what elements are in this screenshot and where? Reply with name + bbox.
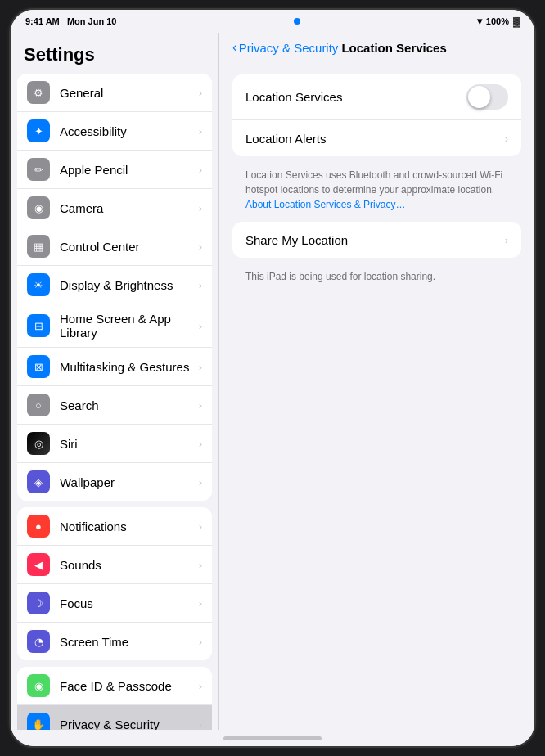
notifications-icon: ● <box>27 515 50 538</box>
location-group: Location Services Location Alerts › <box>232 74 521 156</box>
camera-label: Camera <box>60 201 199 215</box>
home-screen-icon: ⊟ <box>27 314 50 337</box>
apple-pencil-label: Apple Pencil <box>60 163 199 177</box>
screen-time-chevron: › <box>199 636 202 648</box>
control-center-label: Control Center <box>60 240 199 254</box>
battery-icon: ▓ <box>513 16 520 26</box>
battery-label: 100% <box>486 16 509 26</box>
accessibility-icon: ✦ <box>27 119 50 142</box>
privacy-security-icon: ✋ <box>27 713 50 730</box>
multitasking-label: Multitasking & Gestures <box>60 360 199 374</box>
sounds-label: Sounds <box>60 558 199 572</box>
share-my-location-chevron: › <box>505 234 508 246</box>
nav-title: Location Services <box>341 41 446 55</box>
focus-icon: ☽ <box>27 592 50 614</box>
location-alerts-row[interactable]: Location Alerts › <box>232 120 521 156</box>
wifi-icon: ▾ <box>477 16 482 27</box>
sidebar-item-apple-pencil[interactable]: ✏Apple Pencil› <box>17 151 212 189</box>
display-brightness-icon: ☀ <box>27 273 50 296</box>
wallpaper-chevron: › <box>199 476 202 488</box>
sidebar-item-screen-time[interactable]: ◔Screen Time› <box>17 623 212 660</box>
sidebar-item-control-center[interactable]: ▦Control Center› <box>17 227 212 266</box>
sidebar-title: Settings <box>11 33 218 74</box>
control-center-chevron: › <box>199 241 202 253</box>
accessibility-chevron: › <box>199 125 202 137</box>
sidebar-group-1: ●Notifications›◀Sounds›☽Focus›◔Screen Ti… <box>17 507 212 660</box>
sidebar-item-general[interactable]: ⚙General› <box>17 74 212 112</box>
search-chevron: › <box>199 399 202 412</box>
camera-chevron: › <box>199 202 202 214</box>
nav-back-button[interactable]: ‹ Privacy & Security <box>232 39 338 56</box>
sidebar-item-camera[interactable]: ◉Camera› <box>17 189 212 227</box>
accessibility-label: Accessibility <box>60 124 199 138</box>
sidebar: Settings ⚙General›✦Accessibility›✏Apple … <box>11 33 219 730</box>
location-services-label: Location Services <box>245 90 466 104</box>
location-services-row[interactable]: Location Services <box>232 74 521 120</box>
screen-time-label: Screen Time <box>60 635 199 649</box>
siri-chevron: › <box>199 438 202 450</box>
status-time: 9:41 AM Mon Jun 10 <box>25 16 116 26</box>
detail-content: Location Services Location Alerts › Loca… <box>219 61 534 307</box>
display-brightness-chevron: › <box>199 279 202 291</box>
sidebar-groups: ⚙General›✦Accessibility›✏Apple Pencil›◉C… <box>11 74 218 730</box>
home-indicator <box>11 730 534 746</box>
multitasking-chevron: › <box>199 361 202 373</box>
home-bar <box>223 736 322 740</box>
notifications-chevron: › <box>199 520 202 533</box>
sidebar-item-face-id[interactable]: ◉Face ID & Passcode› <box>17 667 212 705</box>
sidebar-group-0: ⚙General›✦Accessibility›✏Apple Pencil›◉C… <box>17 74 212 501</box>
siri-icon: ◎ <box>27 432 50 455</box>
face-id-chevron: › <box>199 680 202 692</box>
wallpaper-label: Wallpaper <box>60 475 199 489</box>
location-privacy-link[interactable]: About Location Services & Privacy… <box>245 199 405 210</box>
sidebar-item-home-screen[interactable]: ⊟Home Screen & App Library› <box>17 304 212 348</box>
back-arrow-icon: ‹ <box>232 39 237 56</box>
location-description: Location Services uses Bluetooth and cro… <box>232 163 521 222</box>
notifications-label: Notifications <box>60 520 199 533</box>
time: 9:41 AM <box>25 16 60 26</box>
share-location-group: Share My Location › <box>232 222 521 258</box>
camera-dot <box>294 18 300 25</box>
privacy-security-chevron: › <box>199 718 202 731</box>
location-alerts-label: Location Alerts <box>245 132 505 146</box>
sidebar-item-multitasking[interactable]: ⊠Multitasking & Gestures› <box>17 348 212 386</box>
sidebar-item-accessibility[interactable]: ✦Accessibility› <box>17 112 212 151</box>
multitasking-icon: ⊠ <box>27 355 50 378</box>
sidebar-item-sounds[interactable]: ◀Sounds› <box>17 546 212 584</box>
focus-chevron: › <box>199 597 202 610</box>
home-screen-label: Home Screen & App Library <box>60 312 199 340</box>
sidebar-item-privacy-security[interactable]: ✋Privacy & Security› <box>17 705 212 730</box>
camera-icon: ◉ <box>27 196 50 219</box>
sidebar-item-siri[interactable]: ◎Siri› <box>17 425 212 463</box>
home-screen-chevron: › <box>199 320 202 332</box>
sidebar-item-search[interactable]: ○Search› <box>17 386 212 425</box>
sidebar-group-2: ◉Face ID & Passcode›✋Privacy & Security› <box>17 667 212 730</box>
sidebar-item-display-brightness[interactable]: ☀Display & Brightness› <box>17 266 212 304</box>
sidebar-item-notifications[interactable]: ●Notifications› <box>17 507 212 546</box>
control-center-icon: ▦ <box>27 235 50 258</box>
focus-label: Focus <box>60 596 199 610</box>
nav-bar: ‹ Privacy & Security Location Services <box>219 33 534 61</box>
sidebar-item-wallpaper[interactable]: ◈Wallpaper› <box>17 463 212 501</box>
ipad-frame: 9:41 AM Mon Jun 10 ▾ 100% ▓ Settings ⚙Ge… <box>11 10 534 746</box>
general-label: General <box>60 86 199 100</box>
wallpaper-icon: ◈ <box>27 470 50 493</box>
sounds-chevron: › <box>199 559 202 571</box>
general-icon: ⚙ <box>27 81 50 104</box>
display-brightness-label: Display & Brightness <box>60 278 199 292</box>
location-alerts-chevron: › <box>505 133 508 145</box>
apple-pencil-chevron: › <box>199 164 202 176</box>
screen-time-icon: ◔ <box>27 630 50 653</box>
share-location-description: This iPad is being used for location sha… <box>232 264 521 294</box>
sidebar-item-focus[interactable]: ☽Focus› <box>17 584 212 623</box>
share-my-location-label: Share My Location <box>245 233 505 247</box>
status-icons: ▾ 100% ▓ <box>477 16 520 27</box>
main-content: Settings ⚙General›✦Accessibility›✏Apple … <box>11 33 534 730</box>
status-bar: 9:41 AM Mon Jun 10 ▾ 100% ▓ <box>11 10 534 33</box>
face-id-icon: ◉ <box>27 674 50 697</box>
siri-label: Siri <box>60 437 199 451</box>
share-my-location-row[interactable]: Share My Location › <box>232 222 521 258</box>
face-id-label: Face ID & Passcode <box>60 679 199 693</box>
location-services-toggle[interactable] <box>466 84 508 110</box>
privacy-security-label: Privacy & Security <box>60 718 199 731</box>
